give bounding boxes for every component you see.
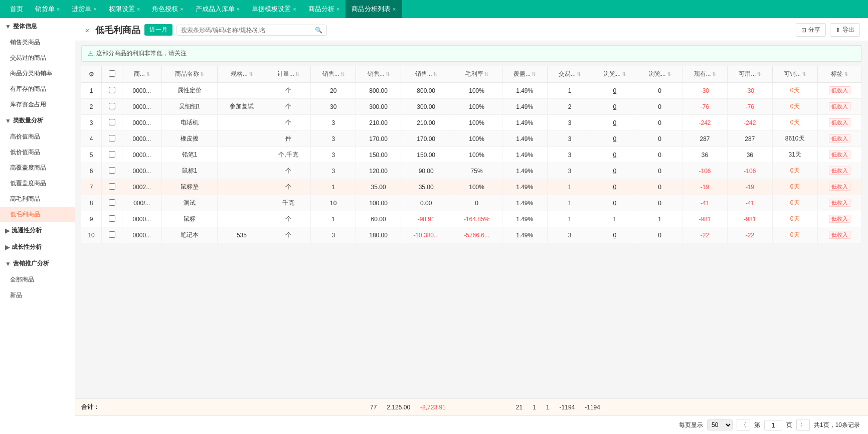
close-product-entry-icon[interactable]: × xyxy=(237,6,240,12)
cell-no: 1 xyxy=(81,83,102,99)
sidebar-collapse-button[interactable]: « xyxy=(83,26,91,34)
sidebar-group-growth[interactable]: ▶ 成长性分析 xyxy=(0,239,75,255)
cell-checkbox[interactable] xyxy=(102,99,122,115)
cell-checkbox[interactable] xyxy=(102,83,122,99)
sidebar-item-stock-capital[interactable]: 库存资金占用 xyxy=(0,97,75,112)
row-checkbox[interactable] xyxy=(109,135,115,141)
cell-checkbox[interactable] xyxy=(102,179,122,195)
page-number-input[interactable] xyxy=(764,420,782,430)
cell-view1[interactable]: 0 xyxy=(592,83,637,99)
cell-checkbox[interactable] xyxy=(102,195,122,211)
close-template-icon[interactable]: × xyxy=(293,6,296,12)
col-checkbox[interactable] xyxy=(102,66,122,83)
cell-checkbox[interactable] xyxy=(102,131,122,147)
close-product-analysis-icon[interactable]: × xyxy=(336,6,339,12)
cell-view1[interactable]: 0 xyxy=(592,179,637,195)
cell-code: 0000... xyxy=(122,163,161,179)
cell-view1[interactable]: 1 xyxy=(592,211,637,227)
cell-view1[interactable]: 0 xyxy=(592,115,637,131)
share-button[interactable]: ⊡ 分享 xyxy=(796,23,826,37)
cell-sales-amount: 800.00 xyxy=(356,83,401,99)
cell-checkbox[interactable] xyxy=(102,147,122,163)
nav-product-entry[interactable]: 产成品入库单 × xyxy=(190,0,246,18)
col-sales-qty: 销售...⇅ xyxy=(311,66,356,83)
close-permission-icon[interactable]: × xyxy=(137,6,140,12)
cell-checkbox[interactable] xyxy=(102,163,122,179)
nav-permission[interactable]: 权限设置 × xyxy=(103,0,146,18)
nav-sales-order[interactable]: 销货单 × xyxy=(29,0,66,18)
sidebar-group-overall[interactable]: ▼ 整体信息 xyxy=(0,18,75,35)
sidebar-group-marketing[interactable]: ▼ 营销推广分析 xyxy=(0,255,75,272)
export-button[interactable]: ⬆ 导出 xyxy=(830,23,860,37)
nav-purchase-order[interactable]: 进货单 × xyxy=(66,0,102,18)
cell-sales-profit: 35.00 xyxy=(401,179,451,195)
row-checkbox[interactable] xyxy=(109,231,115,238)
recent-month-button[interactable]: 近一月 xyxy=(144,24,172,36)
col-view1: 浏览...⇅ xyxy=(592,66,637,83)
sidebar-item-low-value[interactable]: 低价值商品 xyxy=(0,144,75,160)
row-checkbox[interactable] xyxy=(109,199,115,206)
arrow-quantity-icon: ▼ xyxy=(5,117,11,124)
sidebar-group-quantity-analysis[interactable]: ▼ 类数量分析 xyxy=(0,112,75,129)
row-checkbox[interactable] xyxy=(109,103,115,109)
cell-view1[interactable]: 0 xyxy=(592,147,637,163)
row-checkbox[interactable] xyxy=(109,215,115,222)
cell-checkbox[interactable] xyxy=(102,211,122,227)
cell-view2: 0 xyxy=(637,115,682,131)
cell-sales-profit: 0.00 xyxy=(401,195,451,211)
sidebar-item-high-margin[interactable]: 高毛利商品 xyxy=(0,191,75,207)
cell-trade-count: 1 xyxy=(547,83,592,99)
sidebar-group-liquidity[interactable]: ▶ 流通性分析 xyxy=(0,222,75,239)
sidebar-item-high-value[interactable]: 高价值商品 xyxy=(0,129,75,144)
cell-sales-qty: 1 xyxy=(311,211,356,227)
sidebar-item-sales-products[interactable]: 销售类商品 xyxy=(0,35,75,50)
next-page-button[interactable]: 〉 xyxy=(796,419,810,431)
sidebar-item-low-margin[interactable]: 低毛利商品 xyxy=(0,207,75,222)
sidebar-item-all-products[interactable]: 全部商品 xyxy=(0,272,75,287)
sidebar-item-category-sales-rate[interactable]: 商品分类助销率 xyxy=(0,66,75,81)
cell-view1[interactable]: 0 xyxy=(592,227,637,243)
col-current-stock: 现有...⇅ xyxy=(682,66,728,83)
prev-page-button[interactable]: 〈 xyxy=(737,419,750,431)
col-settings[interactable]: ⚙ xyxy=(81,66,102,83)
select-all-checkbox[interactable] xyxy=(109,70,115,77)
cell-view1[interactable]: 0 xyxy=(592,195,637,211)
row-checkbox[interactable] xyxy=(109,87,115,93)
row-checkbox[interactable] xyxy=(109,183,115,190)
per-page-select[interactable]: 50 100 200 xyxy=(707,419,733,430)
cell-sellable-days: 0天 xyxy=(772,163,817,179)
row-checkbox[interactable] xyxy=(109,167,115,174)
header-actions: ⊡ 分享 ⬆ 导出 xyxy=(796,23,860,37)
cell-view2: 0 xyxy=(637,83,682,99)
cell-trade-count: 1 xyxy=(547,211,592,227)
sidebar-item-high-coverage[interactable]: 高覆盖度商品 xyxy=(0,160,75,176)
search-input[interactable] xyxy=(181,27,315,34)
row-checkbox[interactable] xyxy=(109,119,115,125)
cell-tag: 低收入 xyxy=(817,163,861,179)
nav-template-setting[interactable]: 单据模板设置 × xyxy=(246,0,302,18)
search-icon: 🔍 xyxy=(315,27,322,34)
cell-no: 4 xyxy=(81,131,102,147)
cell-view1[interactable]: 0 xyxy=(592,99,637,115)
cell-checkbox[interactable] xyxy=(102,227,122,243)
col-spec: 规格...⇅ xyxy=(218,66,266,83)
sidebar-item-traded-products[interactable]: 交易过的商品 xyxy=(0,50,75,66)
sidebar-item-low-coverage[interactable]: 低覆盖度商品 xyxy=(0,176,75,191)
cell-sales-profit: 210.00 xyxy=(401,115,451,131)
cell-sales-profit: -10,380... xyxy=(401,227,451,243)
cell-view2: 0 xyxy=(637,99,682,115)
close-sales-order-icon[interactable]: × xyxy=(57,6,60,12)
nav-product-analysis-list[interactable]: 商品分析列表 × xyxy=(345,0,402,18)
close-purchase-order-icon[interactable]: × xyxy=(93,6,96,12)
nav-home[interactable]: 首页 xyxy=(4,0,29,18)
row-checkbox[interactable] xyxy=(109,151,115,158)
cell-view1[interactable]: 0 xyxy=(592,163,637,179)
cell-view1[interactable]: 0 xyxy=(592,131,637,147)
close-analysis-list-icon[interactable]: × xyxy=(393,6,396,12)
sidebar-item-in-stock[interactable]: 有库存的商品 xyxy=(0,81,75,97)
cell-checkbox[interactable] xyxy=(102,115,122,131)
nav-product-analysis[interactable]: 商品分析 × xyxy=(302,0,345,18)
nav-role-auth[interactable]: 角色授权 × xyxy=(146,0,189,18)
close-role-auth-icon[interactable]: × xyxy=(180,6,183,12)
sidebar-item-new-products[interactable]: 新品 xyxy=(0,287,75,303)
